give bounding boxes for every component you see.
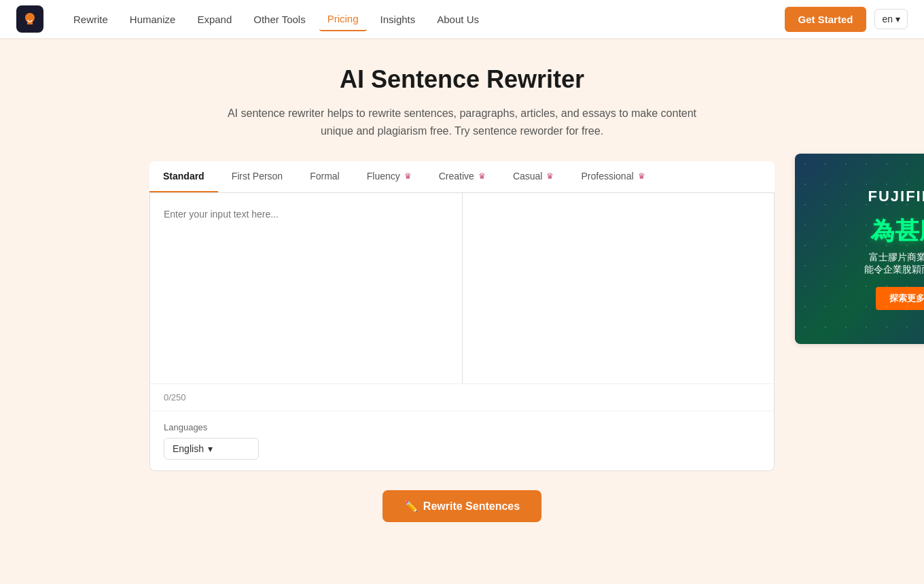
tab-professional[interactable]: Professional ♛	[567, 161, 658, 192]
languages-section: Languages English ▾	[150, 411, 774, 470]
how-to-section: How to use AI sentence rewriter ⚡	[0, 555, 924, 584]
char-count: 0/250	[164, 392, 186, 402]
chevron-down-icon: ▾	[895, 14, 900, 24]
editor-wrapper: 0/250 Languages English ▾	[149, 193, 775, 471]
ad-panel: ℹ ✕ FUJIFILM 為甚麼 富士膠片商業創新能令企業脫穎而出？ 探索更多	[795, 154, 924, 344]
nav-expand[interactable]: Expand	[189, 8, 240, 31]
editor-footer: 0/250	[150, 383, 774, 411]
get-started-button[interactable]: Get Started	[785, 7, 867, 32]
text-input[interactable]	[150, 193, 463, 383]
tab-fluency-label: Fluency	[367, 171, 400, 182]
crown-icon-professional: ♛	[638, 171, 645, 181]
dropdown-chevron-icon: ▾	[208, 443, 213, 454]
nav-insights[interactable]: Insights	[372, 8, 424, 31]
editor-panels	[150, 193, 774, 383]
ad-background-pattern	[795, 154, 924, 344]
rewrite-btn-container: ✏️ Rewrite Sentences	[149, 490, 775, 522]
crown-icon: ♛	[404, 171, 412, 181]
nav-about-us[interactable]: About Us	[429, 8, 487, 31]
selected-language: English	[173, 443, 204, 454]
ad-container: ℹ ✕ FUJIFILM 為甚麼 富士膠片商業創新能令企業脫穎而出？ 探索更多	[795, 154, 924, 344]
lang-label: en	[882, 14, 893, 24]
language-selector[interactable]: en ▾	[874, 9, 908, 29]
crown-icon-casual: ♛	[546, 171, 554, 181]
text-output	[463, 193, 775, 383]
tab-first-person[interactable]: First Person	[218, 161, 296, 192]
navbar: Rewrite Humanize Expand Other Tools Pric…	[0, 0, 924, 38]
rewrite-btn-label: Rewrite Sentences	[423, 500, 520, 513]
tab-formal[interactable]: Formal	[296, 161, 353, 192]
rewrite-sentences-button[interactable]: ✏️ Rewrite Sentences	[383, 490, 541, 522]
mode-tabs: Standard First Person Formal Fluency ♛ C…	[149, 161, 775, 193]
ad-image: FUJIFILM 為甚麼 富士膠片商業創新能令企業脫穎而出？ 探索更多	[795, 154, 924, 344]
tab-fluency[interactable]: Fluency ♛	[353, 161, 425, 192]
crown-icon-creative: ♛	[478, 171, 486, 181]
tab-standard[interactable]: Standard	[149, 161, 218, 192]
languages-label: Languages	[164, 422, 760, 432]
main-content: AI Sentence Rewriter AI sentence rewrite…	[136, 38, 788, 555]
nav-humanize[interactable]: Humanize	[122, 8, 184, 31]
page-subtitle: AI sentence rewriter helps to rewrite se…	[224, 105, 700, 139]
pencil-icon: ✏️	[404, 500, 418, 513]
tab-creative-label: Creative	[439, 171, 474, 182]
tab-professional-label: Professional	[581, 171, 633, 182]
nav-links: Rewrite Humanize Expand Other Tools Pric…	[65, 7, 785, 31]
language-dropdown[interactable]: English ▾	[164, 438, 259, 460]
navbar-right: Get Started en ▾	[785, 7, 908, 32]
brand-logo[interactable]	[16, 5, 43, 33]
tab-creative[interactable]: Creative ♛	[425, 161, 499, 192]
nav-pricing[interactable]: Pricing	[319, 7, 367, 31]
nav-rewrite[interactable]: Rewrite	[65, 8, 116, 31]
tab-casual[interactable]: Casual ♛	[499, 161, 568, 192]
tab-casual-label: Casual	[513, 171, 543, 182]
page-title: AI Sentence Rewriter	[149, 65, 775, 94]
nav-other-tools[interactable]: Other Tools	[245, 8, 313, 31]
